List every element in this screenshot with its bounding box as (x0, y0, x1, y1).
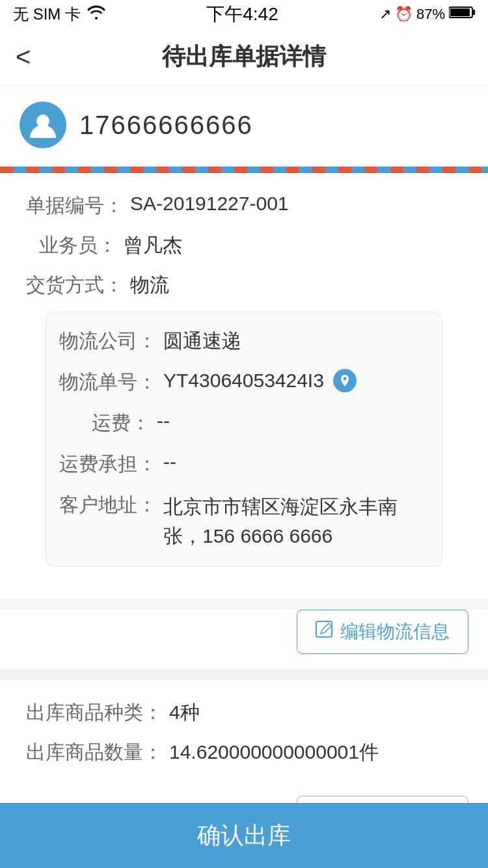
location-icon: ↗ (379, 6, 391, 23)
edit-btn-wrap: 编辑物流信息 (0, 610, 488, 670)
freight-value: -- (157, 410, 429, 432)
goods-quantity-row: 出库商品数量： 14.620000000000001件 (26, 739, 462, 766)
status-left: 无 SIM 卡 (13, 4, 105, 25)
nav-bar: < 待出库单据详情 (0, 29, 488, 86)
avatar (20, 102, 66, 148)
address-value: 北京市市辖区海淀区永丰南 张，156 6666 6666 (163, 492, 429, 550)
edit-logistics-button[interactable]: 编辑物流信息 (297, 610, 468, 654)
order-number-label: 单据编号： (26, 193, 124, 219)
goods-types-label: 出库商品种类： (26, 699, 163, 726)
logistics-card: 物流公司： 圆通速递 物流单号： YT43064053424I3 运费： -- (46, 312, 442, 567)
status-right: ↗ ⏰ 87% (379, 6, 475, 23)
order-number-value: SA-20191227-001 (130, 193, 462, 215)
goods-section: 出库商品种类： 4种 出库商品数量： 14.620000000000001件 (0, 680, 488, 785)
goods-types-value: 4种 (169, 699, 200, 726)
freight-bearer-row: 运费承担： -- (59, 451, 429, 478)
freight-bearer-value: -- (163, 451, 429, 473)
section-separator (0, 670, 488, 680)
freight-label: 运费： (59, 410, 150, 437)
edit-logistics-label: 编辑物流信息 (340, 619, 450, 644)
edit-icon (316, 621, 334, 644)
wifi-icon (87, 5, 105, 23)
status-bar: 无 SIM 卡 下午4:42 ↗ ⏰ 87% (0, 0, 488, 29)
address-row: 客户地址： 北京市市辖区海淀区永丰南 张，156 6666 6666 (59, 492, 429, 550)
carrier-text: 无 SIM 卡 (13, 4, 81, 25)
agent-value: 曾凡杰 (124, 232, 462, 259)
battery-text: 87% (416, 6, 445, 23)
battery-icon (449, 6, 475, 23)
confirm-outbound-button[interactable]: 确认出库 (0, 803, 488, 868)
alarm-icon: ⏰ (395, 6, 413, 23)
customer-phone: 17666666666 (79, 111, 253, 140)
svg-rect-2 (450, 8, 470, 16)
map-location-icon[interactable] (333, 369, 357, 392)
goods-types-row: 出库商品种类： 4种 (26, 699, 462, 726)
logistics-tracking-label: 物流单号： (59, 369, 157, 396)
back-button[interactable]: < (16, 42, 31, 72)
agent-label: 业务员： (26, 232, 117, 259)
page-title: 待出库单据详情 (162, 41, 326, 73)
confirm-outbound-label: 确认出库 (197, 820, 291, 852)
logistics-tracking-row: 物流单号： YT43064053424I3 (59, 369, 429, 396)
svg-rect-1 (472, 10, 475, 15)
order-number-row: 单据编号： SA-20191227-001 (26, 193, 462, 219)
freight-row: 运费： -- (59, 410, 429, 437)
logistics-company-label: 物流公司： (59, 328, 157, 355)
content-area: 17666666666 单据编号： SA-20191227-001 业务员： 曾… (0, 86, 488, 868)
logistics-company-row: 物流公司： 圆通速递 (59, 328, 429, 355)
agent-row: 业务员： 曾凡杰 (26, 232, 462, 259)
order-info-section: 单据编号： SA-20191227-001 业务员： 曾凡杰 交货方式： 物流 … (0, 173, 488, 599)
logistics-company-value: 圆通速递 (163, 328, 429, 355)
delivery-value: 物流 (130, 272, 462, 299)
logistics-tracking-value: YT43064053424I3 (163, 369, 429, 392)
delivery-label: 交货方式： (26, 272, 124, 299)
delivery-row: 交货方式： 物流 (26, 272, 462, 299)
dashed-divider (0, 167, 488, 173)
status-time: 下午4:42 (206, 2, 278, 27)
address-label: 客户地址： (59, 492, 157, 519)
customer-section: 17666666666 (0, 86, 488, 164)
goods-quantity-value: 14.620000000000001件 (169, 739, 379, 766)
goods-quantity-label: 出库商品数量： (26, 739, 163, 766)
freight-bearer-label: 运费承担： (59, 451, 157, 478)
